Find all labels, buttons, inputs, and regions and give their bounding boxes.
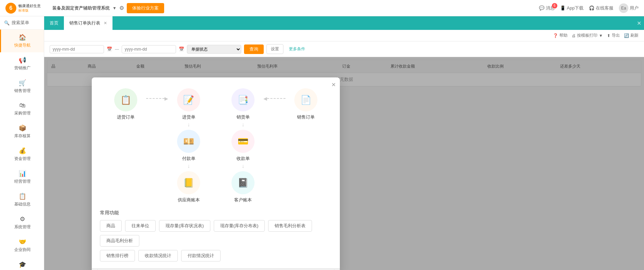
help-button[interactable]: ❓ 帮助	[553, 33, 568, 38]
sidebar: 🔍 搜索菜单 🏠 快捷导航 📢 营销推广 🛒 销售管理 🛍 采购管理 📦	[0, 16, 44, 270]
app-download-button[interactable]: 📱 App下载	[560, 5, 584, 11]
flow-node-purchase-receipt[interactable]: 📝 进货单	[168, 88, 209, 120]
service-icon: 🎧	[589, 5, 594, 11]
avatar: Ea	[619, 3, 628, 13]
sidebar-item-purchase[interactable]: 🛍 采购管理	[0, 98, 44, 120]
flow-node-purchase-order[interactable]: 📋 进货订单	[105, 88, 146, 120]
flow-node-receipt[interactable]: 💳 收款单	[223, 130, 263, 162]
finance-icon: 💰	[19, 147, 26, 155]
arrow-down-supplier: ↓	[187, 163, 190, 169]
sidebar-item-operations[interactable]: 📊 经营管理	[0, 166, 44, 188]
query-button[interactable]: 查询	[244, 44, 264, 54]
payment-icon[interactable]: 💴	[177, 130, 200, 153]
message-icon: 💬	[539, 5, 544, 11]
enterprise-icon: 🤝	[19, 238, 26, 246]
date-start-input[interactable]	[50, 45, 104, 53]
purchase-receipt-icon[interactable]: 📝	[177, 88, 200, 111]
flow-node-sales-bill[interactable]: 📑 销货单	[223, 88, 263, 120]
scroll-right-arrow[interactable]: ▶	[334, 269, 337, 270]
print-icon: 🖨	[572, 33, 576, 38]
settings-icon-button[interactable]: ⚙	[119, 5, 124, 11]
flow-node-supplier-ledger[interactable]: 📒 供应商账本	[168, 171, 209, 203]
tab-home[interactable]: 首页	[44, 16, 64, 30]
system-icon: ⚙	[20, 215, 25, 223]
arrow-down-receipt: ↓	[242, 122, 244, 128]
help-icon: ❓	[553, 33, 558, 38]
cf-btn-product-gross[interactable]: 商品毛利分析	[100, 235, 139, 247]
flow-node-sales-order[interactable]: 📄 销售订单	[285, 88, 326, 120]
experience-button[interactable]: 体验行业方案	[127, 3, 164, 13]
sidebar-item-quick-nav[interactable]: 🏠 快捷导航	[0, 30, 44, 52]
tab-sales-order-exec[interactable]: 销售订单执行表 ✕	[64, 16, 112, 30]
cf-btn-receipt-stats[interactable]: 收款情况统计	[138, 250, 178, 262]
modal-scrollbar[interactable]: ◀ ▶	[92, 268, 340, 270]
logo-icon: 6	[5, 3, 16, 14]
tab-close-button[interactable]: ✕	[104, 21, 107, 25]
online-service-button[interactable]: 🎧 在线客服	[589, 5, 613, 11]
print-dropdown-icon: ▼	[599, 33, 603, 38]
inventory-icon: 📦	[19, 124, 26, 132]
calendar-icon-2: 📅	[179, 47, 184, 52]
cf-btn-sales-gross[interactable]: 销售毛利分析表	[268, 220, 312, 232]
cf-btn-payment-stats[interactable]: 付款情况统计	[181, 250, 221, 262]
cf-btn-stock-dist[interactable]: 现存量(库存分布表)	[214, 220, 265, 232]
flow-col-purchase: 📝 进货单 ↓ 💴 付款单 ↓	[168, 88, 209, 203]
page-content: 品 商品 金额 预估毛利 预估毛利率 订金 累计收款金额 收款比例 还差多少天	[44, 57, 644, 270]
sidebar-item-finance[interactable]: 💰 资金管理	[0, 143, 44, 166]
flow-node-customer-ledger[interactable]: 📓 客户账本	[223, 171, 263, 203]
template-print-button[interactable]: 🖨 按模板打印 ▼	[572, 33, 603, 38]
modal-overlay: ✕ 📋 进货订单	[44, 57, 644, 270]
cf-btn-sales-rank[interactable]: 销售排行榜	[100, 250, 135, 262]
download-icon: 📱	[560, 5, 565, 11]
cf-btn-product[interactable]: 商品	[100, 220, 122, 232]
date-end-input[interactable]	[122, 45, 176, 53]
cf-btn-stock-status[interactable]: 现存量(库存状况表)	[159, 220, 210, 232]
quick-nav-icon: 🏠	[19, 34, 26, 41]
search-menu-button[interactable]: 🔍 搜索菜单	[0, 16, 44, 30]
marketing-icon: 📢	[19, 56, 26, 64]
message-badge: 6	[552, 3, 557, 8]
sidebar-item-marketing[interactable]: 📢 营销推广	[0, 52, 44, 75]
export-icon: ⬆	[607, 33, 610, 38]
logo-area: 6 畅康通好生意 标准版	[5, 3, 50, 14]
receipt-icon[interactable]: 💳	[231, 130, 255, 153]
sales-bill-icon[interactable]: 📑	[231, 88, 255, 111]
refresh-button[interactable]: 🔄 刷新	[624, 33, 639, 38]
basic-info-icon: 📋	[19, 193, 26, 200]
purchase-order-icon[interactable]: 📋	[114, 88, 137, 111]
search-bar: 📅 — 📅 单据状态 查询 设置 更多条件	[44, 41, 644, 57]
system-title: 装备及固定资产辅助管理系统 ▼ ⚙ 体验行业方案	[50, 3, 539, 13]
top-right-actions: 💬 消息 6 📱 App下载 🎧 在线客服 Ea 用户	[539, 3, 639, 13]
supplier-ledger-icon[interactable]: 📒	[177, 171, 200, 194]
message-button[interactable]: 💬 消息 6	[539, 5, 555, 11]
beginner-icon: 🎓	[19, 261, 26, 268]
modal-close-button[interactable]: ✕	[331, 82, 336, 88]
system-dropdown-button[interactable]: ▼	[112, 6, 117, 11]
sidebar-item-beginner[interactable]: 🎓 新手引导	[0, 257, 44, 270]
status-select[interactable]: 单据状态	[187, 45, 241, 54]
sidebar-item-inventory[interactable]: 📦 库存核算	[0, 120, 44, 143]
flow-col-sales: 📑 销货单 ↓ 💳 收款单 ↓	[223, 88, 263, 203]
common-function-buttons-row2: 销售排行榜 收款情况统计 付款情况统计	[100, 250, 332, 262]
flow-node-payment[interactable]: 💴 付款单	[168, 130, 209, 162]
sidebar-item-sales[interactable]: 🛒 销售管理	[0, 75, 44, 98]
customer-ledger-icon[interactable]: 📓	[231, 171, 255, 194]
operations-icon: 📊	[19, 170, 26, 177]
tab-bar: 首页 销售订单执行表 ✕ ✕	[44, 16, 644, 30]
user-menu-button[interactable]: Ea 用户	[619, 3, 639, 13]
cf-btn-contacts[interactable]: 往来单位	[125, 220, 156, 232]
flow-section: 📋 进货订单 ▶	[92, 77, 340, 210]
sales-order-icon[interactable]: 📄	[294, 88, 317, 111]
scroll-left-arrow[interactable]: ◀	[94, 269, 98, 270]
sidebar-item-system[interactable]: ⚙ 系统管理	[0, 211, 44, 234]
sidebar-item-enterprise[interactable]: 🤝 企业协同	[0, 234, 44, 257]
search-icon: 🔍	[4, 20, 10, 25]
settings-button[interactable]: 设置	[266, 44, 283, 54]
modal-box: ✕ 📋 进货订单	[92, 77, 340, 270]
export-button[interactable]: ⬆ 导出	[607, 33, 620, 38]
common-functions-section: 常用功能 商品 往来单位 现存量(库存状况表) 现存量(库存分布表) 销售毛利分…	[92, 210, 340, 268]
tab-panel-close-button[interactable]: ✕	[637, 20, 641, 26]
more-conditions-link[interactable]: 更多条件	[286, 45, 308, 53]
sidebar-item-basic-info[interactable]: 📋 基础信息	[0, 188, 44, 211]
system-name: 装备及固定资产辅助管理系统	[52, 5, 110, 11]
